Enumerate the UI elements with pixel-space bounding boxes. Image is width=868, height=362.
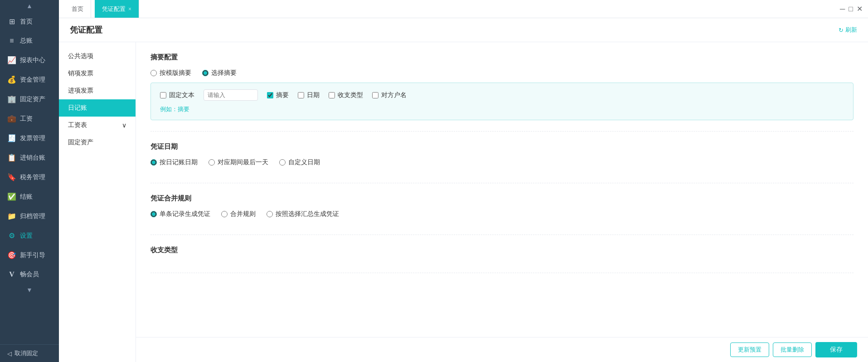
nav-item-fixed-assets[interactable]: 固定资产 — [59, 134, 136, 151]
income-type-checkbox[interactable]: 收支类型 — [329, 91, 363, 99]
period-last-day-radio[interactable]: 对应期间最后一天 — [209, 158, 268, 166]
income-type-title: 收支类型 — [150, 246, 853, 254]
summary-cb-input[interactable] — [267, 92, 273, 98]
voucher-date-title: 凭证日期 — [150, 142, 853, 151]
fund-icon: 💰 — [7, 75, 16, 84]
nav-item-input-invoice[interactable]: 进项发票 — [59, 82, 136, 99]
merge-rule-title: 凭证合并规则 — [150, 194, 853, 203]
bottom-action-bar: 更新预置 批量删除 保存 — [136, 337, 868, 362]
purchase-sales-icon: 📋 — [7, 153, 16, 162]
page-title: 凭证配置 — [70, 24, 102, 35]
merge-rule-option-input[interactable] — [221, 211, 228, 217]
checkout-icon: ✅ — [7, 192, 16, 201]
sidebar-item-ledger[interactable]: ≡ 总账 — [0, 31, 59, 50]
sidebar-item-fund[interactable]: 💰 资金管理 — [0, 70, 59, 89]
nav-item-sales-invoice[interactable]: 销项发票 — [59, 65, 136, 82]
update-preset-button[interactable]: 更新预置 — [730, 342, 769, 357]
select-summary-radio[interactable]: 选择摘要 — [202, 69, 237, 77]
sidebar-item-home[interactable]: ⊞ 首页 — [0, 12, 59, 31]
save-button[interactable]: 保存 — [815, 342, 857, 357]
tab-voucher-config[interactable]: 凭证配置 × — [95, 0, 139, 18]
sidebar-scroll-down[interactable]: ▼ — [0, 284, 59, 296]
income-type-cb-input[interactable] — [329, 92, 335, 98]
voucher-date-section: 凭证日期 按日记账日期 对应期间最后一天 自定义日期 — [150, 142, 853, 183]
active-tab-label: 凭证配置 — [102, 5, 126, 13]
sidebar-item-checkout[interactable]: ✅ 结账 — [0, 187, 59, 206]
other-name-cb-input[interactable] — [372, 92, 378, 98]
refresh-icon: ↻ — [839, 27, 844, 34]
nav-item-payroll[interactable]: 工资表 ∨ — [59, 117, 136, 134]
content-area: 公共选项 销项发票 进项发票 日记账 工资表 ∨ 固定资产 摘要配置 — [59, 42, 868, 362]
summary-section: 摘要配置 按模版摘要 选择摘要 固定文本 — [150, 53, 853, 132]
income-type-section: 收支类型 — [150, 246, 853, 273]
fixed-text-checkbox[interactable]: 固定文本 — [160, 91, 194, 99]
report-icon: 📈 — [7, 56, 16, 64]
archive-icon: 📁 — [7, 212, 16, 220]
fixed-text-field[interactable] — [204, 89, 258, 101]
sidebar-item-salary[interactable]: 💼 工资 — [0, 109, 59, 128]
select-summary-input[interactable] — [202, 70, 209, 76]
summary-generate-radio[interactable]: 按照选择汇总生成凭证 — [267, 210, 339, 218]
sidebar-item-archive[interactable]: 📁 归档管理 — [0, 206, 59, 226]
date-cb-input[interactable] — [298, 92, 304, 98]
merge-rule-radio-group: 单条记录生成凭证 合并规则 按照选择汇总生成凭证 — [150, 210, 853, 218]
summary-checkbox[interactable]: 摘要 — [267, 91, 289, 99]
home-tab-label: 首页 — [72, 5, 83, 13]
sidebar-item-fixed-asset[interactable]: 🏢 固定资产 — [0, 89, 59, 109]
single-record-radio[interactable]: 单条记录生成凭证 — [150, 210, 210, 218]
single-record-input[interactable] — [150, 211, 157, 217]
nav-item-public-options[interactable]: 公共选项 — [59, 48, 136, 65]
sidebar: ▲ ⊞ 首页 ≡ 总账 📈 报表中心 💰 资金管理 🏢 固定资产 💼 工资 🧾 … — [0, 0, 59, 362]
guide-icon: 🎯 — [7, 251, 16, 259]
custom-date-radio[interactable]: 自定义日期 — [279, 158, 320, 166]
sidebar-item-settings[interactable]: ⚙ 设置 — [0, 226, 59, 245]
summary-generate-input[interactable] — [267, 211, 273, 217]
member-icon: V — [7, 270, 16, 279]
sidebar-item-purchase-sales[interactable]: 📋 进销台账 — [0, 148, 59, 167]
date-checkbox[interactable]: 日期 — [298, 91, 320, 99]
refresh-button[interactable]: ↻ 刷新 — [839, 26, 857, 34]
merge-rule-option-radio[interactable]: 合并规则 — [221, 210, 256, 218]
sidebar-item-invoice[interactable]: 🧾 发票管理 — [0, 128, 59, 148]
nav-item-journal[interactable]: 日记账 — [59, 99, 136, 117]
settings-icon: ⚙ — [7, 231, 16, 240]
close-window-button[interactable]: ✕ — [857, 5, 863, 13]
period-last-day-input[interactable] — [209, 159, 215, 166]
fixed-asset-icon: 🏢 — [7, 95, 16, 103]
maximize-button[interactable]: □ — [849, 5, 853, 13]
batch-delete-button[interactable]: 批量删除 — [773, 342, 812, 357]
pin-icon: ◁ — [7, 350, 12, 357]
tab-bar: 首页 凭证配置 × ─ □ ✕ — [59, 0, 868, 18]
left-nav: 公共选项 销项发票 进项发票 日记账 工资表 ∨ 固定资产 — [59, 42, 136, 362]
right-content: 摘要配置 按模版摘要 选择摘要 固定文本 — [136, 42, 868, 362]
sidebar-scroll-up[interactable]: ▲ — [0, 0, 59, 12]
minimize-button[interactable]: ─ — [840, 5, 845, 13]
summary-section-title: 摘要配置 — [150, 53, 853, 62]
payroll-expand-icon: ∨ — [122, 122, 126, 129]
summary-options-box: 固定文本 摘要 日期 收支类型 — [150, 83, 853, 120]
custom-date-input[interactable] — [279, 159, 286, 166]
sidebar-item-tax[interactable]: 🔖 税务管理 — [0, 167, 59, 187]
main-area: 首页 凭证配置 × ─ □ ✕ 凭证配置 ↻ 刷新 公共选项 销项发票 — [59, 0, 868, 362]
fixed-text-input[interactable] — [160, 92, 166, 98]
summary-example: 例如：摘要 — [160, 105, 844, 113]
tab-home[interactable]: 首页 — [64, 0, 91, 18]
tab-actions: ─ □ ✕ — [840, 5, 863, 13]
home-icon: ⊞ — [7, 17, 16, 26]
summary-checkboxes: 固定文本 摘要 日期 收支类型 — [160, 89, 844, 101]
sidebar-item-report[interactable]: 📈 报表中心 — [0, 50, 59, 70]
tab-close-icon[interactable]: × — [128, 6, 131, 12]
unpin-button[interactable]: ◁ 取消固定 — [0, 344, 59, 362]
other-name-checkbox[interactable]: 对方户名 — [372, 91, 407, 99]
template-summary-input[interactable] — [150, 70, 157, 76]
voucher-date-radio-group: 按日记账日期 对应期间最后一天 自定义日期 — [150, 158, 853, 166]
journal-date-radio[interactable]: 按日记账日期 — [150, 158, 198, 166]
page-header: 凭证配置 ↻ 刷新 — [59, 18, 868, 42]
sidebar-item-guide[interactable]: 🎯 新手引导 — [0, 245, 59, 265]
tax-icon: 🔖 — [7, 173, 16, 181]
summary-radio-group: 按模版摘要 选择摘要 — [150, 69, 853, 77]
template-summary-radio[interactable]: 按模版摘要 — [150, 69, 191, 77]
sidebar-item-member[interactable]: V 畅会员 — [0, 265, 59, 284]
salary-icon: 💼 — [7, 114, 16, 123]
journal-date-input[interactable] — [150, 159, 157, 166]
